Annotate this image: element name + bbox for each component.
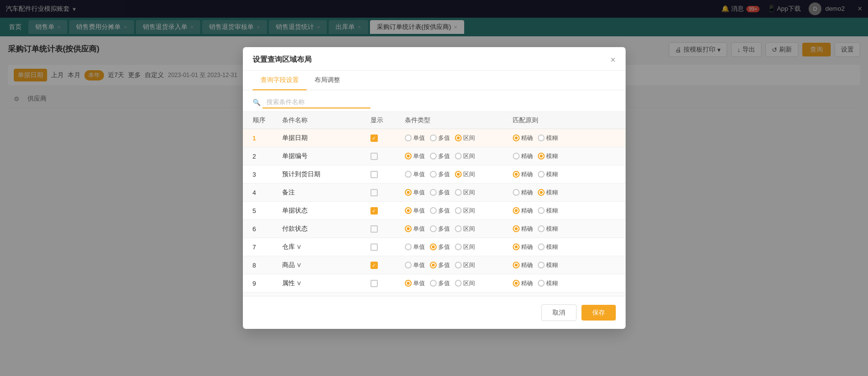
radio-range[interactable]: [455, 153, 462, 160]
radio-range[interactable]: [455, 243, 462, 250]
match-fuzzy[interactable]: 模糊: [538, 279, 558, 288]
cancel-button[interactable]: 取消: [541, 304, 577, 321]
type-range[interactable]: 区间: [455, 152, 475, 161]
radio-fuzzy[interactable]: [538, 243, 545, 250]
type-single[interactable]: 单值: [405, 207, 425, 215]
checkbox-show[interactable]: [370, 243, 378, 251]
radio-exact[interactable]: [513, 262, 520, 269]
radio-exact[interactable]: [513, 225, 520, 232]
type-multi[interactable]: 多值: [430, 170, 450, 179]
radio-range[interactable]: [455, 262, 462, 269]
radio-exact[interactable]: [513, 207, 520, 214]
radio-multi[interactable]: [430, 207, 437, 214]
type-multi[interactable]: 多值: [430, 243, 450, 251]
row-show-checkbox[interactable]: [370, 189, 405, 196]
radio-multi[interactable]: [430, 280, 437, 287]
radio-exact[interactable]: [513, 189, 520, 196]
radio-fuzzy[interactable]: [538, 225, 545, 232]
radio-fuzzy[interactable]: [538, 171, 545, 178]
radio-single[interactable]: [405, 171, 412, 178]
type-range[interactable]: 区间: [455, 243, 475, 251]
checkbox-show[interactable]: [370, 225, 378, 233]
type-range[interactable]: 区间: [455, 225, 475, 233]
radio-multi[interactable]: [430, 189, 437, 196]
radio-exact[interactable]: [513, 153, 520, 160]
radio-range[interactable]: [455, 171, 462, 178]
match-fuzzy[interactable]: 模糊: [538, 188, 558, 197]
radio-fuzzy[interactable]: [538, 207, 545, 214]
radio-range[interactable]: [455, 225, 462, 232]
type-multi[interactable]: 多值: [430, 207, 450, 215]
match-exact[interactable]: 精确: [513, 152, 533, 161]
radio-fuzzy[interactable]: [538, 189, 545, 196]
radio-multi[interactable]: [430, 225, 437, 232]
radio-single[interactable]: [405, 225, 412, 232]
type-range[interactable]: 区间: [455, 207, 475, 215]
type-single[interactable]: 单值: [405, 188, 425, 197]
checkbox-show[interactable]: [370, 171, 378, 178]
radio-exact[interactable]: [513, 171, 520, 178]
type-single[interactable]: 单值: [405, 243, 425, 251]
match-exact[interactable]: 精确: [513, 207, 533, 215]
radio-multi[interactable]: [430, 153, 437, 160]
radio-fuzzy[interactable]: [538, 153, 545, 160]
radio-multi[interactable]: [430, 134, 437, 141]
type-range[interactable]: 区间: [455, 134, 475, 142]
radio-multi[interactable]: [430, 171, 437, 178]
radio-range[interactable]: [455, 134, 462, 141]
row-show-checkbox[interactable]: ✓: [370, 262, 405, 269]
radio-single[interactable]: [405, 189, 412, 196]
type-range[interactable]: 区间: [455, 279, 475, 288]
radio-single[interactable]: [405, 207, 412, 214]
type-single[interactable]: 单值: [405, 261, 425, 269]
type-single[interactable]: 单值: [405, 134, 425, 142]
radio-fuzzy[interactable]: [538, 262, 545, 269]
row-show-checkbox[interactable]: [370, 153, 405, 160]
type-multi[interactable]: 多值: [430, 279, 450, 288]
type-single[interactable]: 单值: [405, 225, 425, 233]
tab-layout-adjust[interactable]: 布局调整: [307, 71, 348, 90]
match-exact[interactable]: 精确: [513, 279, 533, 288]
row-show-checkbox[interactable]: ✓: [370, 207, 405, 215]
type-range[interactable]: 区间: [455, 170, 475, 179]
radio-multi[interactable]: [430, 262, 437, 269]
type-multi[interactable]: 多值: [430, 152, 450, 161]
radio-multi[interactable]: [430, 243, 437, 250]
save-button[interactable]: 保存: [581, 305, 616, 321]
radio-range[interactable]: [455, 207, 462, 214]
match-fuzzy[interactable]: 模糊: [538, 134, 558, 142]
row-show-checkbox[interactable]: [370, 243, 405, 251]
match-exact[interactable]: 精确: [513, 225, 533, 233]
type-single[interactable]: 单值: [405, 279, 425, 288]
radio-exact[interactable]: [513, 243, 520, 250]
type-single[interactable]: 单值: [405, 170, 425, 179]
type-multi[interactable]: 多值: [430, 225, 450, 233]
radio-fuzzy[interactable]: [538, 134, 545, 141]
checkbox-show[interactable]: [370, 153, 378, 160]
match-fuzzy[interactable]: 模糊: [538, 170, 558, 179]
checkbox-show[interactable]: [370, 189, 378, 196]
radio-exact[interactable]: [513, 280, 520, 287]
match-exact[interactable]: 精确: [513, 243, 533, 251]
match-exact[interactable]: 精确: [513, 188, 533, 197]
type-single[interactable]: 单值: [405, 152, 425, 161]
radio-range[interactable]: [455, 280, 462, 287]
row-show-checkbox[interactable]: [370, 280, 405, 287]
checkbox-show[interactable]: ✓: [370, 207, 378, 215]
radio-fuzzy[interactable]: [538, 280, 545, 287]
checkbox-show[interactable]: ✓: [370, 134, 378, 142]
radio-single[interactable]: [405, 280, 412, 287]
row-show-checkbox[interactable]: [370, 225, 405, 233]
row-show-checkbox[interactable]: [370, 171, 405, 178]
match-exact[interactable]: 精确: [513, 134, 533, 142]
match-exact[interactable]: 精确: [513, 261, 533, 269]
match-exact[interactable]: 精确: [513, 170, 533, 179]
type-range[interactable]: 区间: [455, 261, 475, 269]
tab-query-fields[interactable]: 查询字段设置: [253, 71, 307, 90]
search-input[interactable]: [263, 96, 370, 108]
radio-single[interactable]: [405, 262, 412, 269]
match-fuzzy[interactable]: 模糊: [538, 243, 558, 251]
type-multi[interactable]: 多值: [430, 134, 450, 142]
row-show-checkbox[interactable]: ✓: [370, 134, 405, 142]
match-fuzzy[interactable]: 模糊: [538, 225, 558, 233]
